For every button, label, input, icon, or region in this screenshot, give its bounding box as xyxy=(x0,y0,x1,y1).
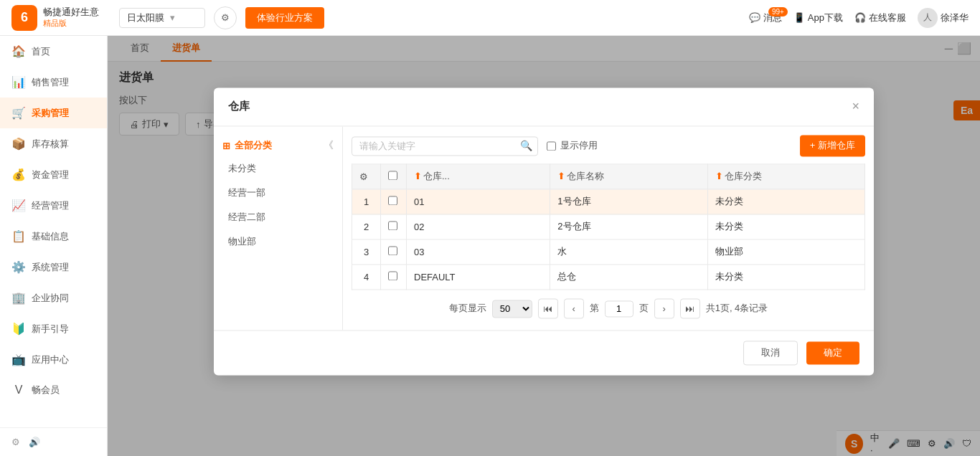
logo-icon: 6 xyxy=(11,5,37,31)
row-code: 03 xyxy=(407,239,550,265)
th-name: ⬆仓库名称 xyxy=(550,164,707,189)
per-page-select[interactable]: 50 20 100 xyxy=(492,300,532,318)
row-name: 1号仓库 xyxy=(550,189,707,214)
sidebar-item-operations[interactable]: 📈 经营管理 xyxy=(0,190,107,221)
row-category: 未分类 xyxy=(707,214,864,239)
select-all-checkbox[interactable] xyxy=(388,171,397,180)
table-row[interactable]: 3 03 水 物业部 xyxy=(352,239,865,265)
row-code: 02 xyxy=(407,214,550,239)
trial-button[interactable]: 体验行业方案 xyxy=(245,7,324,29)
sidebar-item-finance[interactable]: 💰 资金管理 xyxy=(0,159,107,190)
last-page-button[interactable]: ⏭ xyxy=(680,298,700,318)
row-name: 水 xyxy=(550,239,707,265)
purchase-icon: 🛒 xyxy=(11,106,26,120)
user-menu[interactable]: 人 徐泽华 xyxy=(918,8,969,28)
main-content: 首页 进货单 进货单 按以下 🖨 打印 ▾ ↑ 导出 xyxy=(108,36,980,456)
row-checkbox[interactable] xyxy=(388,221,397,230)
row-num: 2 xyxy=(352,214,381,239)
table-row[interactable]: 2 02 2号仓库 未分类 xyxy=(352,214,865,239)
inventory-icon: 📦 xyxy=(11,137,26,151)
category-item[interactable]: 物业部 xyxy=(214,229,342,254)
category-item[interactable]: 经营二部 xyxy=(214,205,342,229)
category-item[interactable]: 未分类 xyxy=(214,156,342,181)
row-checkbox-cell xyxy=(381,265,407,290)
show-disabled-checkbox[interactable] xyxy=(547,141,556,151)
logo-sub: 精品版 xyxy=(43,18,99,29)
sales-icon: 📊 xyxy=(11,75,26,89)
category-header: ⊞ 全部分类 《 xyxy=(214,135,342,156)
sidebar-item-sales[interactable]: 📊 销售管理 xyxy=(0,67,107,98)
page-suffix: 页 xyxy=(639,302,649,315)
table-row[interactable]: 1 01 1号仓库 未分类 xyxy=(352,189,865,214)
grid-icon: ⊞ xyxy=(222,141,230,151)
table-toolbar: 🔍 显示停用 + 新增仓库 xyxy=(352,135,865,156)
sidebar-gear-icon[interactable]: ⚙ xyxy=(11,437,20,447)
guide-icon: 🔰 xyxy=(11,322,26,336)
collapse-icon[interactable]: 《 xyxy=(324,139,334,152)
main-layout: 🏠 首页📊 销售管理🛒 采购管理📦 库存核算💰 资金管理📈 经营管理📋 基础信息… xyxy=(0,36,980,456)
sidebar-bottom: ⚙ 🔊 xyxy=(0,427,107,456)
dialog-footer: 取消 确定 xyxy=(214,330,874,375)
cancel-button[interactable]: 取消 xyxy=(743,341,798,365)
header-middle: 日太阳膜 ▾ ⚙ 体验行业方案 xyxy=(119,6,749,29)
prev-page-button[interactable]: ‹ xyxy=(564,298,584,318)
headset-icon: 🎧 xyxy=(854,12,866,23)
settings-icon[interactable]: ⚙ xyxy=(214,6,237,29)
first-page-button[interactable]: ⏮ xyxy=(538,298,558,318)
page-input[interactable] xyxy=(605,300,633,317)
sidebar-item-label: 新手引导 xyxy=(32,323,69,336)
logo-area: 6 畅捷通好生意 精品版 xyxy=(11,5,119,31)
row-category: 未分类 xyxy=(707,189,864,214)
sidebar-item-label: 企业协同 xyxy=(32,292,69,305)
all-categories[interactable]: ⊞ 全部分类 xyxy=(222,139,272,152)
page-total: 共1页, 4条记录 xyxy=(706,302,768,315)
per-page-label: 每页显示 xyxy=(449,302,486,315)
table-row[interactable]: 4 DEFAULT 总仓 未分类 xyxy=(352,265,865,290)
sidebar-item-system[interactable]: ⚙️ 系统管理 xyxy=(0,252,107,282)
sidebar-speaker-icon[interactable]: 🔊 xyxy=(29,437,40,447)
sidebar-item-label: 畅会员 xyxy=(32,384,60,396)
sidebar-item-home[interactable]: 🏠 首页 xyxy=(0,36,107,67)
message-icon: 💬 xyxy=(749,12,760,23)
th-category: ⬆仓库分类 xyxy=(707,164,864,189)
sidebar-item-basic[interactable]: 📋 基础信息 xyxy=(0,221,107,252)
sidebar-item-label: 首页 xyxy=(32,45,50,58)
sidebar-item-inventory[interactable]: 📦 库存核算 xyxy=(0,128,107,159)
store-selector[interactable]: 日太阳膜 ▾ xyxy=(119,8,205,28)
search-wrap: 🔍 xyxy=(352,136,538,156)
row-checkbox[interactable] xyxy=(388,196,397,205)
warehouse-dialog: 仓库 × ⊞ 全部分类 《 未分类经营一部经营二部物业部 xyxy=(214,87,874,375)
row-checkbox-cell xyxy=(381,214,407,239)
basic-icon: 📋 xyxy=(11,229,26,243)
row-num: 3 xyxy=(352,239,381,265)
messages-button[interactable]: 💬 消息 99+ xyxy=(749,11,782,24)
sidebar-item-vip[interactable]: V 畅会员 xyxy=(0,375,107,405)
next-page-button[interactable]: › xyxy=(654,298,674,318)
chevron-down-icon: ▾ xyxy=(170,12,175,23)
app-download-button[interactable]: 📱 App下载 xyxy=(793,11,843,24)
search-icon[interactable]: 🔍 xyxy=(520,140,532,151)
show-disabled-label: 显示停用 xyxy=(560,139,598,152)
sidebar-item-label: 应用中心 xyxy=(32,353,69,366)
avatar: 人 xyxy=(918,8,938,28)
close-button[interactable]: × xyxy=(852,99,859,114)
sidebar-item-guide[interactable]: 🔰 新手引导 xyxy=(0,313,107,344)
online-service-button[interactable]: 🎧 在线客服 xyxy=(854,11,906,24)
table-panel: 🔍 显示停用 + 新增仓库 ⚙ xyxy=(343,126,874,330)
finance-icon: 💰 xyxy=(11,168,26,181)
sidebar-item-purchase[interactable]: 🛒 采购管理 xyxy=(0,98,107,128)
dialog-title: 仓库 xyxy=(228,100,250,113)
category-item[interactable]: 经营一部 xyxy=(214,181,342,205)
sidebar-item-appstore[interactable]: 📺 应用中心 xyxy=(0,344,107,375)
add-warehouse-button[interactable]: + 新增仓库 xyxy=(800,135,865,156)
dialog-body: ⊞ 全部分类 《 未分类经营一部经营二部物业部 🔍 xyxy=(214,126,874,330)
row-checkbox[interactable] xyxy=(388,246,397,255)
warehouse-table: ⚙ ⬆仓库... ⬆仓库名称 xyxy=(352,163,865,290)
home-icon: 🏠 xyxy=(11,44,26,58)
vip-icon: V xyxy=(11,384,26,396)
confirm-button[interactable]: 确定 xyxy=(806,341,859,364)
row-checkbox[interactable] xyxy=(388,271,397,280)
row-code: 01 xyxy=(407,189,550,214)
sidebar-item-enterprise[interactable]: 🏢 企业协同 xyxy=(0,282,107,313)
search-input[interactable] xyxy=(352,136,538,156)
